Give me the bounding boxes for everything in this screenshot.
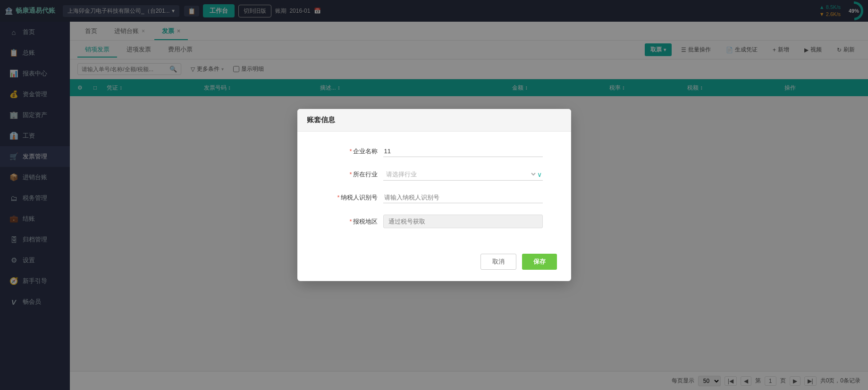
account-info-dialog: 账套信息 *企业名称 *所在行业 请选择行业 ∨: [297, 109, 571, 281]
dialog-body: *企业名称 *所在行业 请选择行业 ∨ *纳税人识别号: [297, 132, 571, 249]
dialog-header: 账套信息: [297, 109, 571, 132]
form-row-region: *报税地区: [326, 215, 543, 228]
industry-select[interactable]: 请选择行业: [384, 170, 537, 178]
tax-region-input: [383, 215, 543, 228]
label-region: *报税地区: [326, 217, 378, 226]
taxid-input[interactable]: [383, 192, 543, 203]
dialog-title: 账套信息: [307, 116, 335, 124]
dropdown-arrow-icon: ∨: [537, 171, 542, 178]
modal-overlay: 账套信息 *企业名称 *所在行业 请选择行业 ∨: [0, 0, 868, 390]
label-taxid: *纳税人识别号: [326, 193, 378, 202]
form-row-company: *企业名称: [326, 146, 543, 157]
company-name-input[interactable]: [383, 146, 543, 157]
form-row-taxid: *纳税人识别号: [326, 192, 543, 203]
label-company: *企业名称: [326, 147, 378, 156]
form-row-industry: *所在行业 请选择行业 ∨: [326, 168, 543, 181]
cancel-button[interactable]: 取消: [480, 254, 516, 270]
dialog-footer: 取消 保存: [297, 249, 571, 281]
label-industry: *所在行业: [326, 170, 378, 179]
save-button[interactable]: 保存: [522, 254, 557, 270]
industry-select-wrap: 请选择行业 ∨: [383, 168, 543, 181]
